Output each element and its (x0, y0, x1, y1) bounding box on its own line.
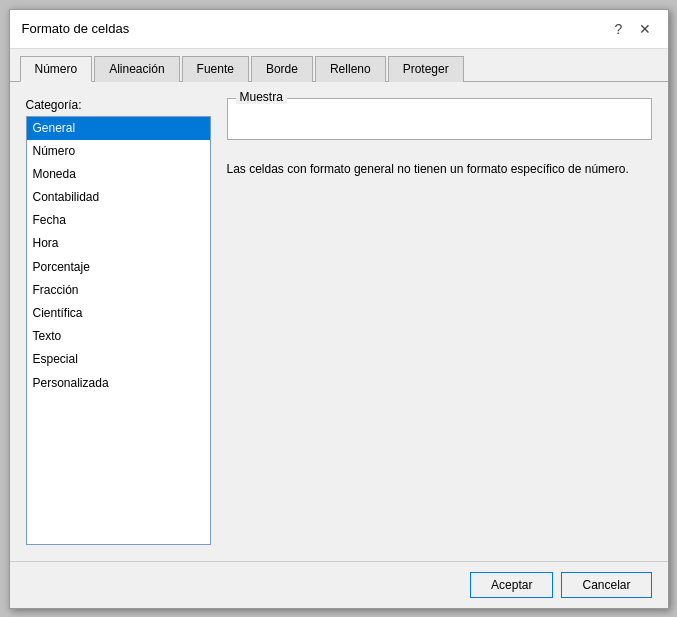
tab-numero[interactable]: Número (20, 56, 93, 82)
list-item-porcentaje[interactable]: Porcentaje (27, 256, 210, 279)
list-item-numero[interactable]: Número (27, 140, 210, 163)
left-panel: Categoría: General Número Moneda Contabi… (26, 98, 211, 545)
right-panel: Muestra Las celdas con formato general n… (227, 98, 652, 545)
list-item-texto[interactable]: Texto (27, 325, 210, 348)
main-section: Categoría: General Número Moneda Contabi… (26, 98, 652, 545)
sample-content (228, 99, 651, 139)
content-area: Categoría: General Número Moneda Contabi… (10, 82, 668, 561)
list-item-fraccion[interactable]: Fracción (27, 279, 210, 302)
description-text: Las celdas con formato general no tienen… (227, 160, 652, 178)
title-bar-controls: ? ✕ (608, 18, 656, 40)
close-button[interactable]: ✕ (634, 18, 656, 40)
tab-alineacion[interactable]: Alineación (94, 56, 179, 82)
help-button[interactable]: ? (608, 18, 630, 40)
list-item-fecha[interactable]: Fecha (27, 209, 210, 232)
list-item-hora[interactable]: Hora (27, 232, 210, 255)
title-bar: Formato de celdas ? ✕ (10, 10, 668, 49)
tab-relleno[interactable]: Relleno (315, 56, 386, 82)
list-item-personalizada[interactable]: Personalizada (27, 372, 210, 395)
list-item-contabilidad[interactable]: Contabilidad (27, 186, 210, 209)
list-item-cientifica[interactable]: Científica (27, 302, 210, 325)
accept-button[interactable]: Aceptar (470, 572, 553, 598)
tabs-container: Número Alineación Fuente Borde Relleno P… (10, 49, 668, 82)
list-item-general[interactable]: General (27, 117, 210, 140)
tab-proteger[interactable]: Proteger (388, 56, 464, 82)
cancel-button[interactable]: Cancelar (561, 572, 651, 598)
sample-legend: Muestra (236, 90, 287, 104)
list-item-moneda[interactable]: Moneda (27, 163, 210, 186)
dialog-title: Formato de celdas (22, 21, 130, 36)
format-cells-dialog: Formato de celdas ? ✕ Número Alineación … (9, 9, 669, 609)
tab-borde[interactable]: Borde (251, 56, 313, 82)
tab-fuente[interactable]: Fuente (182, 56, 249, 82)
category-list[interactable]: General Número Moneda Contabilidad Fecha… (26, 116, 211, 545)
footer: Aceptar Cancelar (10, 561, 668, 608)
list-item-especial[interactable]: Especial (27, 348, 210, 371)
sample-group: Muestra (227, 98, 652, 140)
category-label: Categoría: (26, 98, 211, 112)
